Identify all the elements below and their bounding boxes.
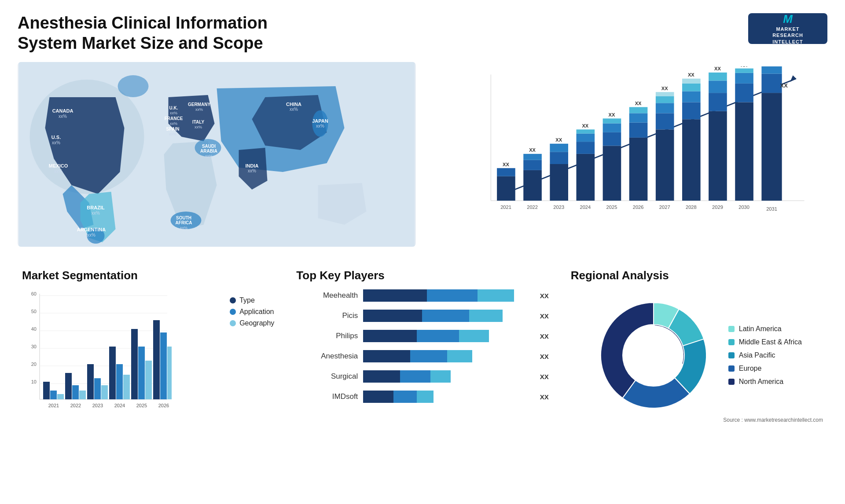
seg-container: 60 50 40 30 20 10: [22, 289, 274, 419]
svg-text:2022: 2022: [527, 205, 538, 210]
svg-text:2024: 2024: [114, 403, 125, 408]
player-val-imdsoft: XX: [540, 393, 549, 401]
bar-seg-1: [363, 350, 410, 362]
legend-dot-application: [230, 309, 236, 315]
bar-seg-1: [363, 310, 422, 322]
legend-north-america: North America: [728, 378, 802, 386]
svg-rect-145: [167, 347, 172, 399]
dot-europe: [728, 365, 735, 372]
seg-legend: Type Application Geography: [230, 296, 274, 331]
svg-rect-85: [682, 84, 701, 91]
svg-text:CANADA: CANADA: [52, 108, 73, 113]
svg-text:xx%: xx%: [170, 111, 177, 115]
bar-seg-1: [363, 289, 427, 302]
svg-text:JAPAN: JAPAN: [312, 118, 328, 124]
seg-chart-wrap: 60 50 40 30 20 10: [22, 289, 208, 419]
svg-rect-57: [577, 154, 595, 201]
svg-text:2025: 2025: [606, 205, 617, 210]
logo-m: M: [783, 12, 793, 26]
svg-rect-134: [123, 375, 130, 399]
player-bar-meehealth: [363, 289, 531, 302]
svg-rect-97: [735, 73, 753, 84]
seg-chart-svg: 60 50 40 30 20 10: [22, 289, 172, 417]
svg-text:XX: XX: [661, 86, 668, 91]
bar-seg-1: [363, 370, 400, 383]
svg-rect-71: [629, 113, 648, 123]
svg-text:GERMANY: GERMANY: [188, 102, 210, 107]
svg-text:50: 50: [31, 309, 37, 314]
svg-text:XX: XX: [714, 66, 721, 71]
svg-text:FRANCE: FRANCE: [165, 116, 183, 121]
legend-latin-america: Latin America: [728, 325, 802, 333]
svg-rect-125: [72, 385, 79, 399]
svg-rect-101: [761, 93, 782, 201]
donut-legend: Latin America Middle East & Africa Asia …: [728, 325, 802, 386]
player-row-picis: Picis XX: [296, 310, 548, 322]
svg-rect-49: [523, 154, 542, 160]
svg-rect-82: [682, 119, 701, 201]
svg-text:BRAZIL: BRAZIL: [87, 205, 105, 210]
dot-latin-america: [728, 326, 735, 332]
svg-rect-58: [577, 142, 595, 154]
svg-marker-42: [790, 76, 796, 82]
svg-rect-70: [629, 123, 648, 138]
svg-text:2023: 2023: [553, 205, 564, 210]
bar-seg-3: [478, 289, 514, 302]
player-bar-anesthesia: [363, 350, 531, 362]
bar-seg-3: [459, 330, 489, 342]
svg-text:ARABIA: ARABIA: [200, 149, 217, 153]
svg-rect-143: [160, 332, 167, 399]
svg-text:XX: XX: [688, 72, 694, 77]
svg-text:2030: 2030: [738, 205, 749, 210]
svg-text:2026: 2026: [633, 205, 644, 210]
svg-text:xx%: xx%: [87, 233, 96, 237]
player-bar-picis: [363, 310, 531, 322]
svg-rect-54: [550, 144, 568, 152]
svg-rect-136: [131, 329, 138, 399]
bar-chart-svg: XX 2021 XX 2022 XX 2023 XX: [460, 66, 823, 229]
svg-rect-65: [603, 124, 621, 132]
bottom-row: Market Segmentation 60 50 40 30 20 10: [18, 264, 827, 427]
svg-text:XX: XX: [780, 82, 788, 89]
svg-rect-84: [682, 91, 701, 102]
svg-text:2026: 2026: [158, 403, 169, 408]
bar-seg-3: [469, 310, 503, 322]
svg-text:XX: XX: [503, 162, 509, 167]
legend-item-application: Application: [230, 308, 274, 316]
svg-rect-98: [735, 69, 753, 73]
logo: M MARKETRESEARCHINTELLECT: [748, 13, 827, 44]
svg-text:XX: XX: [741, 66, 747, 68]
bar-seg-3: [430, 370, 451, 383]
svg-text:xx%: xx%: [54, 169, 62, 174]
player-bar-philips: [363, 330, 531, 342]
player-row-philips: Philips XX: [296, 330, 548, 342]
svg-text:2025: 2025: [136, 403, 147, 408]
player-name-surgical: Surgical: [296, 372, 358, 381]
donut-chart-svg: [592, 294, 715, 417]
legend-asia-pacific: Asia Pacific: [728, 351, 802, 359]
donut-container: Latin America Middle East & Africa Asia …: [592, 294, 802, 417]
svg-rect-129: [94, 378, 101, 399]
player-val-anesthesia: XX: [540, 353, 549, 360]
players-title: Top Key Players: [296, 269, 548, 282]
bar-chart-section: XX 2021 XX 2022 XX 2023 XX: [429, 62, 827, 247]
segmentation-section: Market Segmentation 60 50 40 30 20 10: [18, 264, 279, 427]
svg-text:20: 20: [31, 362, 37, 367]
regional-section: Regional Analysis: [566, 264, 827, 427]
dot-north-america: [728, 379, 735, 385]
dot-middle-east: [728, 339, 735, 345]
legend-dot-type: [230, 297, 236, 303]
svg-rect-95: [735, 102, 753, 201]
dot-asia-pacific: [728, 352, 735, 358]
svg-text:ARGENTINA: ARGENTINA: [77, 227, 106, 232]
svg-rect-130: [101, 385, 108, 399]
label-north-america: North America: [739, 378, 783, 386]
svg-text:xx%: xx%: [169, 132, 176, 136]
player-row-anesthesia: Anesthesia XX: [296, 350, 548, 362]
page-title: Anesthesia Clinical Information System M…: [18, 13, 326, 53]
player-val-philips: XX: [540, 332, 549, 340]
svg-rect-52: [550, 164, 568, 201]
svg-text:xx%: xx%: [195, 107, 203, 112]
svg-text:2023: 2023: [92, 403, 103, 408]
regional-title: Regional Analysis: [571, 269, 669, 282]
